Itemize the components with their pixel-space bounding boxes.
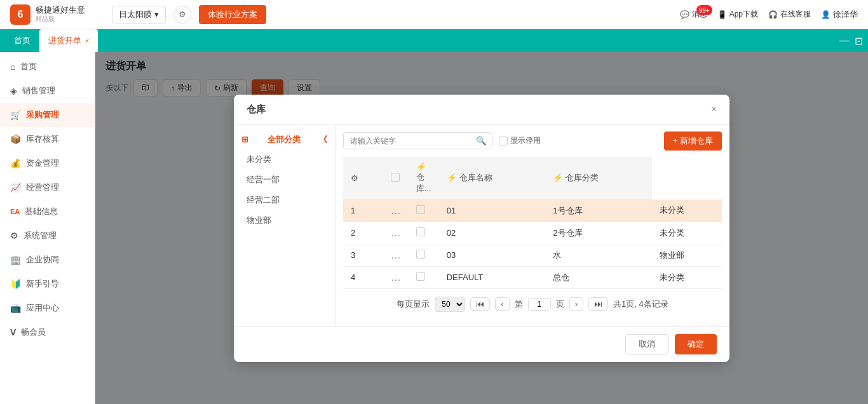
enterprise-icon: 🏢 [10, 255, 21, 265]
row-actions-icon[interactable]: … [391, 272, 401, 283]
row-checkbox[interactable] [416, 205, 425, 214]
sidebar-item-finance[interactable]: 💰 资金管理 [0, 151, 95, 175]
top-header: 6 畅捷通好生意 精品版 日太阳膜 ▾ ⚙ 体验行业方案 💬 99+ 消息 📱 … [0, 0, 868, 29]
add-warehouse-button[interactable]: + 新增仓库 [664, 131, 722, 151]
show-disabled-label[interactable]: 显示停用 [499, 135, 541, 146]
table-header-row: ⚙ ⚡仓库... ⚡仓库名称 ⚡仓库分类 [343, 157, 722, 200]
row-actions-icon[interactable]: … [391, 227, 401, 238]
table-row[interactable]: 2… 02 2号仓库 未分类 [343, 222, 722, 244]
grid-icon: ⊞ [241, 135, 248, 144]
row-checkbox-cell [409, 199, 439, 222]
sidebar-item-enterprise[interactable]: 🏢 企业协同 [0, 248, 95, 272]
trial-button[interactable]: 体验行业方案 [199, 5, 266, 24]
category-item-3[interactable]: 物业部 [234, 210, 335, 231]
modal-footer: 取消 确定 [234, 326, 729, 362]
tab-close-icon[interactable]: × [85, 37, 89, 44]
user-item[interactable]: 👤 徐泽华 [821, 9, 858, 20]
tab-purchase-order[interactable]: 进货开单 × [39, 29, 98, 52]
purchase-icon: 🛒 [10, 110, 21, 120]
sales-icon: ◈ [10, 86, 17, 96]
th-code: ⚡仓库... [409, 157, 439, 200]
row-actions-cell: … [383, 266, 409, 288]
all-categories-item[interactable]: ⊞ 全部分类 《 [234, 130, 335, 149]
category-item-1[interactable]: 经营一部 [234, 170, 335, 190]
search-button[interactable]: 🔍 [471, 133, 492, 149]
search-input[interactable] [344, 133, 471, 149]
nav-right: — ⊡ [839, 35, 863, 47]
sidebar-item-operations[interactable]: 📈 经营管理 [0, 175, 95, 199]
settings-button[interactable]: ⚙ [173, 6, 191, 24]
category-item-0[interactable]: 未分类 [234, 149, 335, 170]
user-name: 徐泽华 [833, 9, 858, 20]
prev-page-button[interactable]: ‹ [495, 297, 509, 311]
total-label: 共1页, 4条记录 [613, 299, 668, 310]
sidebar-item-home[interactable]: ⌂ 首页 [0, 55, 95, 79]
sidebar-item-basic-info[interactable]: EA 基础信息 [0, 199, 95, 224]
show-disabled-checkbox[interactable] [499, 137, 508, 145]
cancel-button[interactable]: 取消 [625, 334, 668, 354]
sidebar-item-app-center[interactable]: 📺 应用中心 [0, 296, 95, 320]
headset-icon: 🎧 [768, 10, 778, 19]
row-checkbox[interactable] [416, 227, 425, 236]
table-row[interactable]: 4… DEFAULT 总仓 未分类 [343, 266, 722, 288]
row-number: 1 [343, 199, 383, 222]
tab-home[interactable]: 首页 [5, 29, 39, 52]
row-checkbox-cell [409, 266, 439, 288]
row-actions-icon[interactable]: … [391, 205, 401, 216]
avatar-icon: 👤 [821, 10, 831, 19]
nav-expand-icon[interactable]: ⊡ [855, 35, 863, 47]
table-row[interactable]: 1… 01 1号仓库 未分类 [343, 199, 722, 222]
app-center-icon: 📺 [10, 303, 21, 313]
row-category: 未分类 [652, 266, 722, 288]
row-checkbox[interactable] [416, 250, 425, 259]
sidebar-item-inventory[interactable]: 📦 库存核算 [0, 127, 95, 151]
guide-icon: 🔰 [10, 279, 21, 289]
nav-minimize-icon[interactable]: — [839, 35, 850, 46]
row-checkbox[interactable] [416, 272, 425, 281]
sidebar-item-system[interactable]: ⚙ 系统管理 [0, 224, 95, 248]
all-categories-label: 全部分类 [268, 134, 301, 145]
online-service-item[interactable]: 🎧 在线客服 [768, 9, 811, 20]
gear-icon: ⚙ [351, 173, 358, 183]
pagination: 每页显示 50 ⏮ ‹ 第 页 › ⏭ 共1页, 4条记录 [343, 289, 722, 320]
warehouse-modal: 仓库 × ⊞ 全部分类 《 未分类 [234, 95, 729, 362]
page-input[interactable] [528, 298, 551, 311]
row-actions-icon[interactable]: … [391, 250, 401, 260]
per-page-select[interactable]: 50 [435, 297, 465, 312]
inventory-icon: 📦 [10, 134, 21, 144]
nav-tabs: 首页 进货开单 × — ⊡ [0, 29, 868, 52]
message-item[interactable]: 💬 99+ 消息 [680, 9, 707, 20]
modal-close-button[interactable]: × [711, 104, 717, 115]
message-icon: 💬 [680, 10, 689, 19]
mobile-icon: 📱 [717, 10, 727, 19]
first-page-button[interactable]: ⏮ [470, 297, 490, 311]
store-selector[interactable]: 日太阳膜 ▾ [112, 6, 166, 24]
sidebar-item-guide[interactable]: 🔰 新手引导 [0, 272, 95, 296]
vip-icon: V [10, 327, 16, 337]
row-code: 02 [439, 222, 546, 244]
row-number: 2 [343, 222, 383, 244]
sidebar-item-label: 系统管理 [24, 230, 57, 241]
search-box: 🔍 [343, 132, 492, 149]
last-page-button[interactable]: ⏭ [588, 297, 608, 311]
select-all-checkbox[interactable] [391, 173, 400, 182]
category-item-2[interactable]: 经营二部 [234, 190, 335, 210]
next-page-button[interactable]: › [569, 297, 583, 311]
app-download-item[interactable]: 📱 App下载 [717, 9, 758, 20]
sidebar-item-label: 畅会员 [21, 327, 46, 338]
th-checkbox [383, 157, 409, 200]
sidebar-item-purchase[interactable]: 🛒 采购管理 [0, 103, 95, 127]
modal-title: 仓库 [247, 104, 266, 116]
table-row[interactable]: 3… 03 水 物业部 [343, 244, 722, 266]
page-label-pre: 第 [515, 299, 523, 310]
sidebar-item-label: 首页 [20, 61, 37, 72]
row-category: 未分类 [652, 199, 722, 222]
row-code: 01 [439, 199, 546, 222]
modal-overlay: 仓库 × ⊞ 全部分类 《 未分类 [95, 52, 868, 404]
row-code: DEFAULT [439, 266, 546, 288]
system-icon: ⚙ [10, 231, 18, 241]
sidebar-item-vip[interactable]: V 畅会员 [0, 320, 95, 344]
home-icon: ⌂ [10, 62, 15, 72]
confirm-button[interactable]: 确定 [675, 334, 717, 354]
sidebar-item-sales[interactable]: ◈ 销售管理 [0, 79, 95, 103]
